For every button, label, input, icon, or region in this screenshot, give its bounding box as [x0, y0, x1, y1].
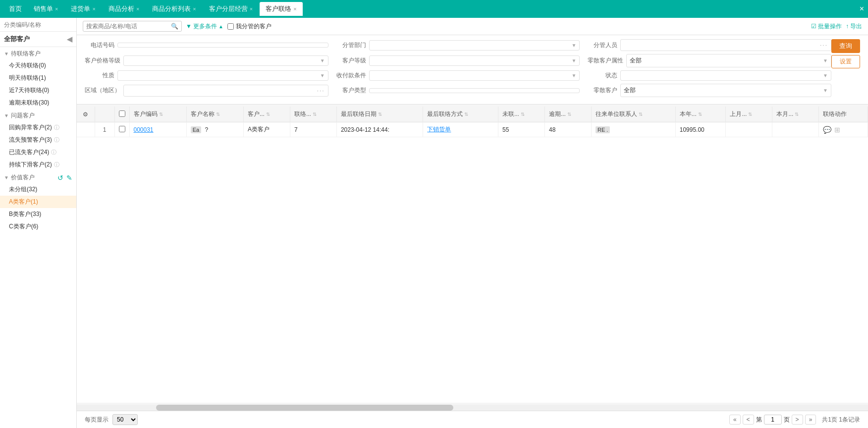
sidebar-item-churned[interactable]: 已流失客户(24) ⓘ	[0, 146, 76, 159]
sidebar-group-problem-customers[interactable]: ▼ 问题客户	[0, 109, 76, 121]
col-last-month-amount[interactable]: 上月...⇅	[726, 107, 772, 122]
sidebar-item-repurchase-abnormal[interactable]: 回购异常客户(2) ⓘ	[0, 121, 76, 134]
row-qr-icon[interactable]: ⊞	[834, 126, 840, 134]
sidebar-collapse-icon[interactable]: ◀	[67, 35, 72, 43]
dept-dropdown[interactable]: ▼	[369, 40, 580, 51]
value-customers-refresh-icon[interactable]: ↺	[57, 174, 63, 182]
per-page-select[interactable]: 50 100 200	[112, 414, 138, 425]
tab-product-analysis-list[interactable]: 商品分析列表 ×	[146, 2, 202, 16]
close-tab-product-analysis-list[interactable]: ×	[193, 6, 196, 12]
close-tab-customer-contact[interactable]: ×	[293, 6, 296, 12]
col-customer-code[interactable]: 客户编码⇅	[129, 107, 186, 122]
tab-sales-order[interactable]: 销售单 ×	[28, 2, 64, 16]
filter-field-status: 状态 ▼	[588, 70, 831, 81]
sidebar-group-value-customers[interactable]: ▼ 价值客户 ↺ ✎	[0, 171, 76, 183]
filter-search-icon[interactable]: 🔍	[171, 23, 178, 30]
col-last-contact-method-label: 最后联络方式	[427, 110, 463, 117]
next-page-btn[interactable]: >	[792, 415, 803, 425]
row-index-value: 1	[103, 126, 107, 133]
sidebar-item-class-c[interactable]: C类客户(6)	[0, 220, 76, 233]
col-this-month-amount[interactable]: 本月...⇅	[772, 107, 819, 122]
sidebar-item-overdue-contact[interactable]: 逾期未联络(30)	[0, 97, 76, 109]
sidebar-item-tomorrow-pending[interactable]: 明天待联络(1)	[0, 72, 76, 84]
status-dropdown[interactable]: ▼	[620, 70, 831, 81]
price-level-label: 客户价格等级	[85, 56, 120, 65]
repurchase-abnormal-label: 回购异常客户(2)	[9, 123, 52, 132]
sort-icon-this-month: ⇅	[795, 111, 799, 117]
col-index-header	[95, 107, 114, 122]
tab-product-analysis[interactable]: 商品分析 ×	[103, 2, 145, 16]
sidebar-search-input[interactable]	[4, 21, 77, 28]
prev-page-btn[interactable]: <	[743, 415, 754, 425]
close-tab-sales-order[interactable]: ×	[55, 6, 58, 12]
retail-customer-label: 零散客户	[588, 86, 617, 95]
row-message-icon[interactable]: 💬	[823, 126, 831, 134]
retail-attr-dropdown[interactable]: 全部 ▼	[626, 54, 831, 67]
sort-icon-date: ⇅	[378, 111, 382, 117]
page-number-input[interactable]	[764, 415, 782, 425]
my-customers-checkbox[interactable]	[227, 23, 234, 30]
class-c-label: C类客户(6)	[9, 222, 38, 231]
customer-type-input[interactable]	[369, 88, 580, 93]
page-total-label: 共1页 1条记录	[822, 416, 860, 424]
select-all-checkbox[interactable]	[119, 110, 125, 117]
row-customer-code[interactable]: 000031	[129, 122, 186, 137]
sidebar-item-continuous-decline[interactable]: 持续下滑客户(2) ⓘ	[0, 159, 76, 171]
first-page-btn[interactable]: «	[729, 415, 741, 425]
manager-dropdown[interactable]: ···	[620, 39, 831, 51]
settings-button[interactable]: 设置	[831, 55, 860, 68]
col-last-contact-method[interactable]: 最后联络方式⇅	[423, 107, 498, 122]
value-customers-edit-icon[interactable]: ✎	[66, 174, 72, 182]
col-customer-name[interactable]: 客户名称⇅	[186, 107, 243, 122]
close-all-tabs[interactable]: ×	[860, 4, 864, 13]
sidebar-item-today-pending[interactable]: 今天待联络(0)	[0, 59, 76, 72]
col-contact-count-label: 联络...	[294, 110, 311, 117]
filter-field-phone: 电话号码	[85, 41, 328, 50]
nav-home[interactable]: 首页	[4, 2, 27, 15]
table-scroll-bar[interactable]	[77, 405, 868, 411]
nature-dropdown[interactable]: ▼	[117, 70, 328, 81]
more-conditions-label: 更多条件	[193, 22, 217, 31]
region-input[interactable]: ···	[123, 85, 328, 97]
tab-customer-segmentation[interactable]: 客户分层经营 ×	[203, 2, 259, 16]
export-btn[interactable]: ↑ 导出	[846, 22, 862, 31]
row-checkbox[interactable]	[119, 126, 125, 132]
phone-input[interactable]	[117, 43, 328, 48]
filter-search-input[interactable]	[86, 23, 171, 30]
more-conditions-btn[interactable]: ▼ 更多条件 ▲	[186, 22, 223, 31]
sidebar-item-class-a[interactable]: A类客户(1)	[0, 196, 76, 208]
col-overdue-days[interactable]: 逾期...⇅	[544, 107, 591, 122]
batch-op-btn[interactable]: ☑ 批量操作	[811, 22, 842, 31]
col-last-contact-date[interactable]: 最后联络日期⇅	[336, 107, 423, 122]
page-label-2: 页	[784, 416, 790, 424]
col-year-amount[interactable]: 本年...⇅	[675, 107, 726, 122]
row-method-link[interactable]: 下销货单	[427, 126, 451, 133]
query-button[interactable]: 查询	[831, 39, 860, 53]
retail-customer-dropdown[interactable]: 全部 ▼	[620, 84, 831, 97]
last-page-btn[interactable]: »	[805, 415, 816, 425]
col-customer-type[interactable]: 客户...⇅	[243, 107, 290, 122]
manager-dots: ···	[820, 42, 828, 49]
value-customers-label: 价值客户	[11, 173, 35, 182]
col-no-contact-days[interactable]: 未联...⇅	[498, 107, 544, 122]
payment-dropdown[interactable]: ▼	[369, 70, 580, 81]
tab-customer-contact[interactable]: 客户联络 ×	[260, 2, 302, 16]
sidebar-item-ungrouped[interactable]: 未分组(32)	[0, 183, 76, 196]
customer-level-dropdown[interactable]: ▼	[369, 55, 580, 66]
sidebar-item-class-b[interactable]: B类客户(33)	[0, 208, 76, 220]
col-contact-count[interactable]: 联络...⇅	[290, 107, 336, 122]
price-level-dropdown[interactable]: ▼	[123, 55, 328, 66]
scroll-thumb[interactable]	[156, 405, 453, 411]
tab-purchase-order[interactable]: 进货单 ×	[65, 2, 101, 16]
col-gear[interactable]: ⚙	[77, 107, 95, 122]
sidebar-item-7days-pending[interactable]: 近7天待联络(0)	[0, 84, 76, 97]
tomorrow-pending-label: 明天待联络(1)	[9, 74, 46, 82]
close-tab-customer-segmentation[interactable]: ×	[250, 6, 253, 12]
pending-contact-label: 待联络客户	[11, 50, 41, 58]
close-tab-product-analysis[interactable]: ×	[136, 6, 139, 12]
col-contact-person[interactable]: 往来单位联系人⇅	[591, 107, 675, 122]
sidebar-group-pending-contact[interactable]: ▼ 待联络客户	[0, 47, 76, 59]
sidebar-item-churn-warning[interactable]: 流失预警客户(3) ⓘ	[0, 134, 76, 146]
row-code-link[interactable]: 000031	[134, 126, 154, 133]
close-tab-purchase-order[interactable]: ×	[92, 6, 95, 12]
